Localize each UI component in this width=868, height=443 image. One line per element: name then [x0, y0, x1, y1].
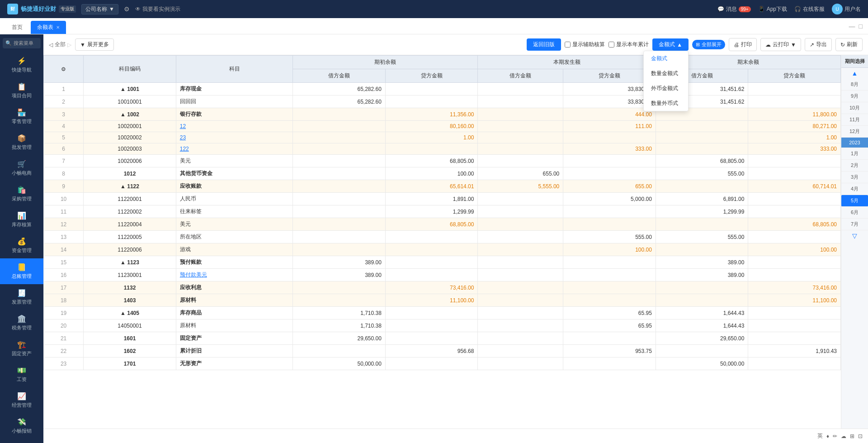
row-pb-debit [478, 319, 563, 332]
demo-button[interactable]: 👁 我要看实例演示 [135, 5, 180, 13]
cloud-print-button[interactable]: ☁ 云打印 ▼ [760, 38, 801, 51]
sidebar-item-expense[interactable]: 💸 小畅报销 [0, 413, 43, 439]
dropdown-item-amount[interactable]: 金额式 [644, 51, 688, 66]
date-item-10[interactable]: 10月 [841, 102, 868, 114]
company-selector[interactable]: 公司名称 ▼ [81, 4, 118, 14]
date-item-1[interactable]: 1月 [841, 148, 868, 160]
table-settings-icon[interactable]: ⚙ [61, 66, 66, 72]
date-item-5[interactable]: 5月 [841, 195, 868, 207]
search-menu-button[interactable]: 🔍 搜索菜单 [3, 38, 41, 48]
expand-all-label: 全部展开 [702, 41, 722, 48]
lang-button[interactable]: 英 [817, 432, 823, 440]
refresh-button[interactable]: ↻ 刷新 [835, 38, 863, 51]
dropdown-item-qty-amount[interactable]: 数量金额式 [644, 66, 688, 81]
sidebar-item-salary[interactable]: 💵 工资 [0, 362, 43, 387]
grid-icon[interactable]: ⊞ [850, 433, 854, 439]
date-item-12[interactable]: 12月 [841, 126, 868, 138]
sidebar-item-base-info[interactable]: ℹ️ 基础信息 [0, 439, 43, 443]
return-old-button[interactable]: 返回旧版 [527, 38, 561, 51]
chevron-up-icon: ▲ [677, 42, 682, 48]
th-settings[interactable]: ⚙ [44, 56, 84, 83]
expand-all-toggle[interactable]: ⊞ 全部展开 [692, 40, 725, 49]
row-cb-credit [748, 205, 841, 218]
row-code: 1701 [84, 357, 176, 370]
edit-icon[interactable]: ✏ [833, 433, 837, 439]
show-aux-checkbox[interactable]: 显示辅助核算 [565, 41, 605, 48]
date-item-2[interactable]: 2月 [841, 160, 868, 171]
sidebar-item-ledger[interactable]: 📒 总账管理 [0, 258, 43, 284]
dropdown-item-foreign-amount[interactable]: 外币金额式 [644, 81, 688, 96]
row-code: 1602 [84, 345, 176, 357]
date-item-11[interactable]: 11月 [841, 114, 868, 126]
maximize-icon[interactable]: □ [859, 23, 863, 30]
expand-more-button[interactable]: ▼ 展开更多 [75, 38, 114, 51]
date-item-2023[interactable]: 2023 [841, 138, 868, 148]
tab-balance[interactable]: 余额表 ✕ [31, 21, 66, 34]
sidebar-item-tax[interactable]: 🏛️ 税务管理 [0, 310, 43, 336]
row-cb-credit: 80,271.00 [748, 121, 841, 132]
date-item-6[interactable]: 6月 [841, 207, 868, 219]
row-pb-debit [478, 143, 563, 155]
row-cb-credit [748, 83, 841, 95]
cloud-print-icon: ☁ [765, 42, 771, 48]
date-nav-up[interactable]: ▲ [841, 68, 868, 79]
row-number: 14 [44, 243, 84, 256]
avatar: U [832, 4, 843, 14]
row-ob-debit [293, 193, 386, 205]
table-row: 171132应收利息73,416.0073,416.00 [44, 281, 841, 294]
print-button[interactable]: 🖨 打印 [729, 38, 757, 51]
sidebar: 🔍 搜索菜单 ⚡ 快捷导航 📋 项目合同 🏪 零售管理 📦 批发管理 🛒 小畅电… [0, 34, 43, 443]
amount-style-dropdown: 金额式 数量金额式 外币金额式 数量外币式 [643, 51, 689, 111]
tab-home[interactable]: 首页 [5, 21, 29, 34]
table-row: 1211220004美元68,805.0068,805.00 [44, 218, 841, 231]
date-item-7[interactable]: 7月 [841, 219, 868, 230]
amount-style-button[interactable]: 金额式 ▲ [652, 38, 689, 51]
sidebar-item-retail[interactable]: 🏪 零售管理 [0, 104, 43, 129]
sidebar-item-assets[interactable]: 🏗️ 固定资产 [0, 336, 43, 362]
date-nav-down[interactable]: ▽ [841, 230, 868, 241]
date-item-3[interactable]: 3月 [841, 171, 868, 183]
breadcrumb-label: 全部 [55, 41, 66, 48]
show-ytd-checkbox[interactable]: 显示本年累计 [609, 41, 649, 48]
sidebar-item-ecom[interactable]: 🛒 小畅电商 [0, 155, 43, 181]
sidebar-item-ops[interactable]: 📈 经营管理 [0, 387, 43, 413]
row-cb-debit: 389.00 [656, 269, 748, 281]
ops-icon: 📈 [17, 392, 26, 400]
sidebar-item-quick-nav[interactable]: ⚡ 快捷导航 [0, 52, 43, 78]
export-button[interactable]: ↗ 导出 [805, 38, 832, 51]
app-download-button[interactable]: 📱 App下载 [758, 5, 787, 13]
sidebar-item-project[interactable]: 📋 项目合同 [0, 78, 43, 104]
show-ytd-input[interactable] [609, 42, 614, 48]
content-area: ◁ 全部 ▷ ▼ 展开更多 返回旧版 显示辅助核算 显示本年累计 金额式 [43, 34, 868, 443]
sidebar-item-purchase[interactable]: 🛍️ 采购管理 [0, 181, 43, 207]
row-ob-debit: 1,710.38 [293, 307, 386, 319]
date-item-8[interactable]: 8月 [841, 79, 868, 91]
download-label: App下载 [767, 5, 787, 13]
tax-icon: 🏛️ [17, 314, 26, 323]
minimize-icon[interactable]: — [849, 23, 855, 30]
online-service-button[interactable]: 🎧 在线客服 [794, 5, 825, 13]
row-name[interactable]: 12 [176, 121, 293, 132]
sidebar-item-inventory[interactable]: 📊 库存核算 [0, 207, 43, 233]
row-name[interactable]: 23 [176, 132, 293, 143]
table-row: 181403原材料11,100.0011,100.00 [44, 294, 841, 307]
sidebar-item-finance[interactable]: 💰 资金管理 [0, 233, 43, 258]
tab-close-icon[interactable]: ✕ [56, 25, 60, 30]
dropdown-item-qty-foreign[interactable]: 数量外币式 [644, 96, 688, 111]
message-button[interactable]: 💬 消息 99+ [717, 5, 751, 13]
show-aux-input[interactable] [565, 42, 571, 48]
row-ob-credit: 68,805.00 [385, 218, 478, 231]
row-name[interactable]: 预付款美元 [176, 269, 293, 281]
sidebar-item-wholesale[interactable]: 📦 批发管理 [0, 129, 43, 155]
layout-icon[interactable]: ⊡ [858, 433, 863, 439]
row-name[interactable]: 122 [176, 143, 293, 155]
settings-icon[interactable]: ⚙ [124, 5, 130, 13]
toolbar: ◁ 全部 ▷ ▼ 展开更多 返回旧版 显示辅助核算 显示本年累计 金额式 [43, 34, 868, 55]
print-label: 打印 [741, 41, 752, 48]
date-item-4[interactable]: 4月 [841, 183, 868, 195]
user-menu[interactable]: U 用户名 [832, 4, 861, 14]
date-item-9[interactable]: 9月 [841, 91, 868, 102]
sidebar-item-invoice[interactable]: 🧾 发票管理 [0, 284, 43, 310]
table-row: 221602累计折旧956.68953.751,910.43 [44, 345, 841, 357]
cloud-icon[interactable]: ☁ [841, 433, 846, 439]
